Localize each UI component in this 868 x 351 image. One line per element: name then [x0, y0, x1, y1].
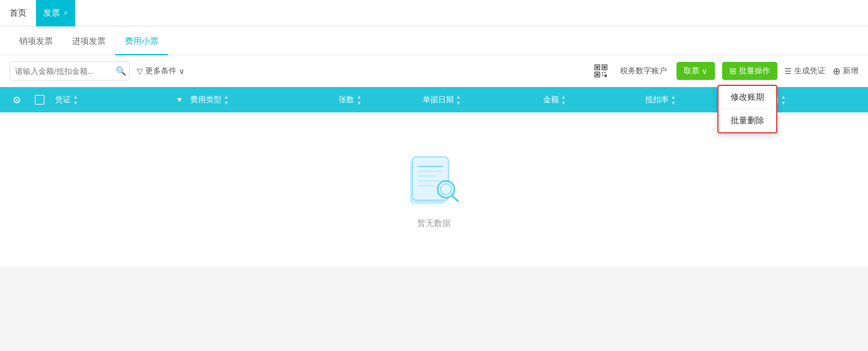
dropdown-item-modify-period[interactable]: 修改账期 — [719, 86, 776, 109]
settings-icon[interactable]: ⚙ — [13, 94, 21, 106]
bulk-ops-container: ⊞ 批量操作 修改账期 批量删除 — [722, 62, 777, 80]
qupiao-label: 取票 — [684, 66, 699, 76]
search-input-wrap[interactable]: 🔍 — [10, 61, 130, 81]
qupiao-button[interactable]: 取票 ∨ — [677, 62, 715, 80]
voucher-button[interactable]: ☰ 生成凭证 — [785, 66, 825, 76]
search-icon[interactable]: 🔍 — [116, 66, 126, 76]
svg-line-21 — [452, 195, 458, 201]
bulk-ops-dropdown: 修改账期 批量删除 — [717, 85, 777, 133]
toolbar-right: 税务数字账户 取票 ∨ ⊞ 批量操作 修改账期 批量删除 — [591, 61, 858, 81]
amount-sort-icon[interactable]: ▲ ▼ — [561, 94, 566, 106]
deduct-amount-sort-icon[interactable]: ▲ ▼ — [781, 94, 786, 106]
expense-sort-icon[interactable]: ▲ ▼ — [224, 94, 229, 106]
tax-account-button[interactable]: 税务数字账户 — [618, 66, 669, 76]
svg-rect-8 — [602, 75, 603, 76]
home-link[interactable]: 首页 — [10, 8, 36, 19]
empty-state: 暂无数据 — [0, 112, 868, 253]
add-button[interactable]: ⊕ 新增 — [833, 66, 858, 77]
voucher-icon: ☰ — [785, 67, 792, 76]
tab-expense[interactable]: 费用小票 — [115, 26, 168, 55]
column-filter-icon[interactable]: ▼ — [176, 96, 183, 104]
svg-rect-3 — [603, 66, 606, 69]
invoice-tab[interactable]: 发票 × — [36, 0, 75, 26]
th-expense-type: 费用类型 ▲ ▼ — [185, 94, 334, 106]
svg-rect-6 — [602, 72, 603, 73]
filter-chevron-icon: ∨ — [179, 67, 185, 76]
add-label: 新增 — [843, 66, 858, 76]
search-input[interactable] — [15, 67, 116, 76]
qr-icon-button[interactable] — [591, 61, 610, 81]
empty-illustration — [398, 148, 470, 209]
empty-text: 暂无数据 — [417, 218, 451, 229]
filter-label: 更多条件 — [145, 66, 176, 76]
tab-input[interactable]: 进项发票 — [62, 26, 115, 55]
date-sort-icon[interactable]: ▲ ▼ — [456, 94, 461, 106]
th-count: 张数 ▲ ▼ — [334, 94, 417, 106]
bulk-ops-label: 批量操作 — [739, 66, 770, 76]
invoice-tab-close[interactable]: × — [64, 9, 68, 17]
qupiao-chevron-icon: ∨ — [702, 67, 708, 76]
voucher-label: 生成凭证 — [794, 66, 825, 76]
toolbar-left: 🔍 ▽ 更多条件 ∨ — [10, 61, 185, 81]
invoice-tab-label: 发票 — [43, 8, 60, 19]
filter-icon: ▽ — [137, 67, 143, 76]
content-area: 销项发票 进项发票 费用小票 🔍 ▽ 更多条件 ∨ — [0, 26, 868, 267]
deduct-rate-sort-icon[interactable]: ▲ ▼ — [671, 94, 676, 106]
sub-nav: 销项发票 进项发票 费用小票 — [0, 26, 868, 55]
header-checkbox[interactable] — [35, 95, 44, 105]
voucher-sort-icon[interactable]: ▲ ▼ — [73, 94, 78, 106]
top-nav: 首页 发票 × — [0, 0, 868, 26]
toolbar: 🔍 ▽ 更多条件 ∨ — [0, 55, 868, 87]
count-sort-icon[interactable]: ▲ ▼ — [357, 94, 361, 106]
th-gear[interactable]: ⚙ — [5, 94, 29, 106]
th-voucher: 凭证 ▲ ▼ — [50, 94, 171, 106]
dropdown-item-batch-delete[interactable]: 批量删除 — [719, 109, 776, 132]
bulk-ops-button[interactable]: ⊞ 批量操作 — [722, 62, 777, 80]
th-amount: 金额 ▲ ▼ — [538, 94, 640, 106]
tab-sales[interactable]: 销项发票 — [10, 26, 62, 55]
svg-rect-5 — [596, 73, 598, 76]
add-icon: ⊕ — [833, 66, 840, 77]
svg-rect-9 — [604, 75, 607, 77]
th-filter[interactable]: ▼ — [171, 96, 185, 104]
filter-button[interactable]: ▽ 更多条件 ∨ — [137, 66, 185, 76]
th-date: 单据日期 ▲ ▼ — [418, 94, 538, 106]
th-check[interactable] — [29, 95, 50, 105]
svg-rect-1 — [596, 66, 598, 69]
bulk-ops-icon: ⊞ — [729, 66, 737, 76]
svg-rect-7 — [604, 72, 606, 73]
